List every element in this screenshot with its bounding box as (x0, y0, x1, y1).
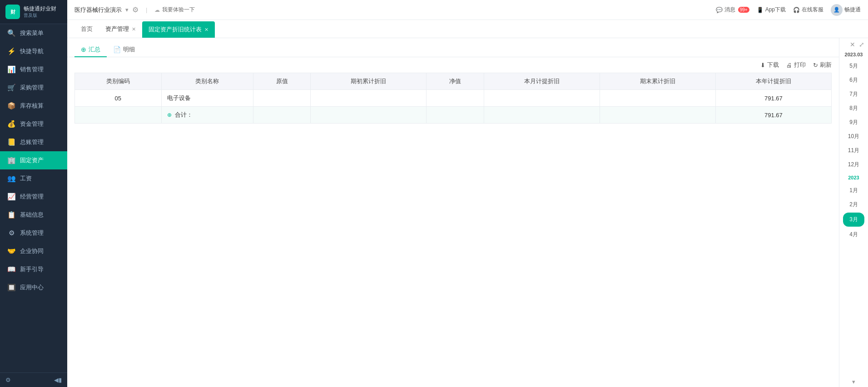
date-item-3-selected[interactable]: 3月 (843, 213, 864, 227)
refresh-btn[interactable]: ↻ 刷新 (813, 61, 832, 69)
col-end-dep: 期末累计折旧 (600, 73, 715, 90)
date-item-4[interactable]: 4月 (839, 228, 868, 242)
date-item-12[interactable]: 12月 (839, 158, 868, 172)
sum-label: 合计： (175, 111, 193, 118)
sub-tab-summary-label: 汇总 (89, 45, 100, 54)
col-monthly-dep: 本月计提折旧 (484, 73, 600, 90)
date-item-1[interactable]: 1月 (839, 184, 868, 198)
date-item-2[interactable]: 2月 (839, 198, 868, 212)
sum-original (253, 107, 310, 124)
settings-footer-icon: ⚙ (5, 377, 11, 383)
sum-empty (75, 107, 162, 124)
download-btn[interactable]: ⬇ 下载 (760, 61, 779, 69)
sub-tab-detail[interactable]: 📄 明细 (107, 43, 141, 57)
date-item-7[interactable]: 7月 (839, 87, 868, 101)
sidebar-item-quick-nav[interactable]: ⚡ 快捷导航 (0, 42, 67, 60)
topbar-settings-icon[interactable]: ⚙ (132, 5, 139, 14)
sidebar-item-operations[interactable]: 📈 经营管理 (0, 188, 67, 206)
date-nav-down[interactable]: ▾ (839, 377, 868, 387)
sidebar-nav: 🔍 搜索菜单 ⚡ 快捷导航 📊 销售管理 🛒 采购管理 📦 库存核算 💰 资金管… (0, 24, 67, 372)
sidebar-item-guide[interactable]: 📖 新手引导 (0, 260, 67, 278)
sidebar-item-enterprise[interactable]: 🤝 企业协同 (0, 242, 67, 260)
logo-text-block: 畅捷通好业财 普及版 (24, 5, 56, 19)
tab-depreciation-close-icon[interactable]: ✕ (204, 27, 208, 33)
sub-tabs: ⊕ 汇总 📄 明细 (67, 38, 839, 57)
detail-icon: 📄 (113, 46, 121, 53)
sum-icon: ⊕ (167, 112, 172, 118)
tab-close-icon[interactable]: ✕ (132, 26, 136, 32)
sidebar-item-search[interactable]: 🔍 搜索菜单 (0, 24, 67, 42)
cell-original (253, 90, 310, 107)
sidebar-item-label: 系统管理 (20, 229, 44, 237)
sidebar-item-payroll[interactable]: 👥 工资 (0, 169, 67, 188)
trend-icon: 📈 (7, 193, 15, 201)
app-download-btn[interactable]: 📱 App下载 (757, 6, 786, 14)
print-btn[interactable]: 🖨 打印 (786, 61, 806, 69)
sidebar-item-fixed-assets[interactable]: 🏢 固定资产 (0, 151, 67, 169)
date-item-9[interactable]: 9月 (839, 115, 868, 129)
cell-monthly-dep (484, 90, 600, 107)
app-icon: 🔲 (7, 283, 15, 292)
settings-footer-btn[interactable]: ⚙ (5, 377, 11, 383)
tabs-bar: 首页 资产管理 ✕ 固定资产折旧统计表 ✕ (67, 20, 868, 38)
tab-asset-mgmt[interactable]: 资产管理 ✕ (99, 21, 142, 38)
sidebar-item-label: 固定资产 (20, 156, 44, 164)
sidebar-item-inventory[interactable]: 📦 库存核算 (0, 97, 67, 115)
cell-end-dep (600, 90, 715, 107)
company-name: 医疗器械行业演示 (74, 6, 122, 14)
date-item-10[interactable]: 10月 (839, 129, 868, 144)
collapse-icon: ◀▮ (54, 377, 62, 383)
date-item-11[interactable]: 11月 (839, 144, 868, 158)
tab-home-label: 首页 (81, 25, 93, 33)
report-table: 类别编码 类别名称 原值 期初累计折旧 净值 本月计提折旧 期末累计折旧 本年计… (74, 73, 832, 124)
col-initial-dep: 期初累计折旧 (311, 73, 427, 90)
print-icon: 🖨 (786, 62, 792, 69)
date-panel-close-icon[interactable]: ✕ (850, 41, 855, 48)
date-panel-expand-icon[interactable]: ⤢ (859, 41, 864, 48)
money-icon: 💰 (7, 120, 15, 128)
topbar: 医疗器械行业演示 ▾ ⚙ | ☁ 我要体验一下 💬 消息 99+ 📱 App下载… (67, 0, 868, 20)
avatar: 👤 (831, 4, 843, 16)
col-net-value: 净值 (427, 73, 484, 90)
notification-btn[interactable]: 💬 消息 99+ (716, 6, 749, 14)
main-content: 医疗器械行业演示 ▾ ⚙ | ☁ 我要体验一下 💬 消息 99+ 📱 App下载… (67, 0, 868, 387)
search-icon: 🔍 (7, 29, 15, 37)
collapse-btn[interactable]: ◀▮ (54, 377, 62, 383)
sidebar-item-system[interactable]: ⚙ 系统管理 (0, 224, 67, 242)
tab-depreciation[interactable]: 固定资产折旧统计表 ✕ (142, 21, 215, 38)
logo-name: 畅捷通好业财 (24, 5, 56, 13)
experience-label: 我要体验一下 (162, 6, 195, 14)
date-item-8[interactable]: 8月 (839, 101, 868, 115)
date-panel: ✕ ⤢ 2023.03 5月 6月 7月 8月 9月 10月 11月 12月 2… (839, 38, 868, 387)
sub-tab-summary[interactable]: ⊕ 汇总 (74, 43, 107, 57)
sidebar-item-basic-info[interactable]: 📋 基础信息 (0, 206, 67, 224)
experience-btn[interactable]: ☁ 我要体验一下 (154, 6, 195, 14)
sidebar-item-funds[interactable]: 💰 资金管理 (0, 115, 67, 133)
online-service-btn[interactable]: 🎧 在线客服 (793, 6, 823, 14)
user-profile-btn[interactable]: 👤 畅捷通 (831, 4, 861, 16)
summary-icon: ⊕ (81, 46, 86, 53)
date-year-label: 2023 (839, 172, 868, 184)
sidebar-item-ledger[interactable]: 📒 总账管理 (0, 133, 67, 151)
sidebar-item-app-center[interactable]: 🔲 应用中心 (0, 278, 67, 297)
sidebar-item-label: 基础信息 (20, 211, 44, 219)
sidebar-item-label: 新手引导 (20, 265, 44, 273)
download-label: 下载 (767, 61, 779, 69)
sidebar-item-sales[interactable]: 📊 销售管理 (0, 60, 67, 79)
cell-annual-dep: 791.67 (715, 90, 831, 107)
date-item-6[interactable]: 6月 (839, 73, 868, 87)
notification-label: 消息 (724, 6, 735, 14)
report-table-wrap: 类别编码 类别名称 原值 期初累计折旧 净值 本月计提折旧 期末累计折旧 本年计… (67, 73, 839, 387)
sum-label-cell: ⊕ 合计： (161, 107, 253, 124)
sidebar-item-purchase[interactable]: 🛒 采购管理 (0, 79, 67, 97)
report-toolbar: ⬇ 下载 🖨 打印 ↻ 刷新 (67, 57, 839, 73)
people-icon: 👥 (7, 174, 15, 183)
tab-home[interactable]: 首页 (74, 21, 99, 38)
refresh-label: 刷新 (820, 61, 832, 69)
lightning-icon: ⚡ (7, 47, 15, 55)
date-item-5[interactable]: 5月 (839, 59, 868, 73)
company-dropdown-icon[interactable]: ▾ (125, 6, 129, 13)
book-icon: 📒 (7, 138, 15, 146)
table-row: 05 电子设备 791.67 (75, 90, 832, 107)
sum-annual-dep: 791.67 (715, 107, 831, 124)
